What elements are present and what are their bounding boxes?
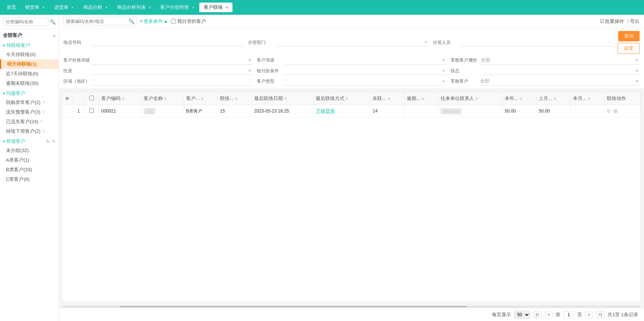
last-contact-link[interactable]: 下销货单 bbox=[316, 108, 335, 114]
nav-item-product-analysis[interactable]: 商品分析 × bbox=[79, 3, 112, 12]
my-customers-checkbox-label[interactable]: 我分管的客户 bbox=[171, 18, 206, 25]
ellipsis-icon[interactable]: ··· bbox=[608, 40, 612, 45]
table-container: ⚙ 客户编码 ⇅ 客户名称 ⇅ 客户... ⇅ bbox=[62, 92, 641, 302]
area-ellipsis-icon[interactable]: ··· bbox=[247, 79, 251, 84]
nav-item-customer-contact[interactable]: 客户联络 × bbox=[199, 3, 232, 12]
sidebar-item-class-a[interactable]: A类客户(1) bbox=[0, 155, 59, 165]
row-code[interactable]: 000021 bbox=[99, 105, 141, 117]
export-icon: ↑ bbox=[627, 18, 630, 24]
nav-item-product-analysis-list[interactable]: 商品分析列表 × bbox=[113, 3, 155, 12]
filter-area-select[interactable]: ··· bbox=[92, 77, 252, 86]
next-page-btn[interactable]: > bbox=[585, 311, 593, 318]
th-last-contact-type[interactable]: 最后联络方式 ⇅ bbox=[314, 92, 370, 105]
filter-dept-select[interactable]: ▾ bbox=[276, 38, 428, 46]
edit-icon[interactable]: ✎ bbox=[52, 139, 56, 144]
row-uncontact: 14 bbox=[370, 105, 404, 117]
toolbar-search-icon[interactable]: 🔍 bbox=[129, 18, 134, 24]
row-name[interactable]: Ea bbox=[141, 105, 183, 117]
sidebar-item-7days-contact[interactable]: 近7天待联络(0) bbox=[0, 69, 59, 79]
filter-status-label: 状态 bbox=[451, 68, 476, 74]
grid-action-icon[interactable]: ⊞ bbox=[613, 108, 618, 114]
set-button[interactable]: 设置 bbox=[617, 43, 640, 54]
filter-payment-select[interactable]: ▾ bbox=[285, 67, 446, 75]
th-overdue[interactable]: 逾期... ⇅ bbox=[404, 92, 438, 105]
sidebar-group-value[interactable]: 价值客户 ↻ ✎ bbox=[0, 136, 59, 146]
sidebar-group-pending[interactable]: 待联络客户 bbox=[0, 40, 59, 50]
row-last-contact-date: 2023-05-23 18:25: bbox=[252, 105, 314, 117]
nav-close-customer-contact[interactable]: × bbox=[226, 6, 228, 10]
nav-close-sales[interactable]: × bbox=[42, 6, 45, 10]
filter-retail-attr-select[interactable]: 全部▾ bbox=[479, 56, 640, 65]
refresh-icon[interactable]: ↻ bbox=[46, 139, 50, 144]
filter-customer-price-select[interactable]: ▾ bbox=[92, 56, 252, 65]
filter-retail-customer-select[interactable]: 全部▾ bbox=[479, 77, 640, 86]
th-this-month[interactable]: 本月... ⇅ bbox=[570, 92, 604, 105]
row-checkbox[interactable] bbox=[84, 105, 99, 117]
sidebar-search-icon[interactable]: 🔍 bbox=[50, 19, 56, 25]
horizontal-scrollbar[interactable] bbox=[59, 305, 644, 308]
sidebar-search-input[interactable] bbox=[3, 18, 48, 26]
sidebar-search-container: 🔍 bbox=[0, 15, 59, 29]
sort-icon-this-month: ⇅ bbox=[588, 97, 591, 101]
sidebar-item-today-contact[interactable]: 今天待联络(0) bbox=[0, 50, 59, 59]
nav-close-product-analysis-list[interactable]: × bbox=[149, 6, 151, 10]
nav-close-product-analysis[interactable]: × bbox=[105, 6, 108, 10]
sort-icon-level: ⇅ bbox=[201, 97, 204, 101]
row-last-contact-type[interactable]: 下销货单 bbox=[314, 105, 370, 117]
th-last-contact-date[interactable]: 最后联络日期 ⇅ bbox=[252, 92, 314, 105]
sidebar-item-churned[interactable]: 已流失客户(24) ? bbox=[0, 117, 59, 127]
search-input[interactable] bbox=[66, 19, 127, 24]
more-conditions-btn[interactable]: ≡ 更多条件 ▲ bbox=[140, 18, 168, 25]
th-unit-contact[interactable]: 往来单位联系人 ⇅ bbox=[438, 92, 503, 105]
sidebar-collapse-icon[interactable]: « bbox=[53, 33, 56, 38]
th-level[interactable]: 客户... ⇅ bbox=[183, 92, 217, 105]
sidebar-item-declining[interactable]: 持续下滑客户(2) ? bbox=[0, 127, 59, 136]
th-customer-code[interactable]: 客户编码 ⇅ bbox=[99, 92, 141, 105]
query-button[interactable]: 查询 bbox=[618, 31, 640, 41]
my-customers-checkbox[interactable] bbox=[171, 19, 176, 24]
th-checkbox[interactable] bbox=[84, 92, 99, 105]
filter-status-select[interactable]: ▾ bbox=[479, 67, 640, 75]
scrollbar-thumb[interactable] bbox=[120, 306, 467, 307]
prev-page-btn[interactable]: < bbox=[545, 311, 553, 318]
select-all-checkbox[interactable] bbox=[89, 96, 94, 100]
page-number-input[interactable] bbox=[563, 311, 574, 318]
sidebar-all-customers-header[interactable]: 全部客户 « bbox=[0, 29, 59, 40]
last-page-btn[interactable]: >| bbox=[596, 311, 605, 318]
th-customer-name[interactable]: 客户名称 ⇅ bbox=[141, 92, 183, 105]
th-gear[interactable]: ⚙ bbox=[62, 92, 73, 105]
refresh-action-icon[interactable]: ↻ bbox=[607, 108, 611, 114]
sidebar-item-overdue-contact[interactable]: 逾期未联络(30) bbox=[0, 79, 59, 88]
nav-item-purchase[interactable]: 进货单 × bbox=[50, 3, 78, 12]
filter-person-select[interactable]: ··· bbox=[461, 38, 613, 46]
sidebar-item-tomorrow-contact[interactable]: 明天待联络(1) bbox=[0, 59, 59, 69]
sidebar-item-churn-warning[interactable]: 流失预警客户(3) ? bbox=[0, 107, 59, 117]
sidebar-item-class-c[interactable]: C类客户(6) bbox=[0, 175, 59, 184]
th-uncontact[interactable]: 未联... ⇅ bbox=[370, 92, 404, 105]
sidebar-item-class-b[interactable]: B类客户(33) bbox=[0, 165, 59, 175]
sidebar-item-ungrouped[interactable]: 未分组(32) bbox=[0, 146, 59, 155]
th-last-month[interactable]: 上月... ⇅ bbox=[536, 92, 570, 105]
row-overdue bbox=[404, 105, 438, 117]
filter-phone: 电话号码 bbox=[63, 39, 244, 46]
filter-customer-level-select[interactable]: ▾ bbox=[285, 56, 446, 65]
nav-close-customer-tier[interactable]: × bbox=[192, 6, 194, 10]
filter-phone-input[interactable] bbox=[91, 39, 244, 46]
nav-home[interactable]: 首页 bbox=[3, 3, 20, 12]
sidebar-group-problem[interactable]: 问题客户 bbox=[0, 88, 59, 98]
th-this-year[interactable]: 本年... ⇅ bbox=[503, 92, 536, 105]
first-page-btn[interactable]: |< bbox=[533, 311, 542, 318]
filter-person: 分管人员 ··· bbox=[433, 38, 613, 46]
nav-item-sales[interactable]: 销货单 × bbox=[21, 3, 49, 12]
export-btn[interactable]: ↑ 导出 bbox=[627, 18, 640, 25]
sidebar-item-repurchase-abnormal[interactable]: 回购异常客户(2) ? bbox=[0, 98, 59, 107]
nav-item-customer-tier[interactable]: 客户分层经营 × bbox=[156, 3, 199, 12]
question-icon-1: ? bbox=[42, 100, 45, 105]
th-contact[interactable]: 联络... ⇅ bbox=[218, 92, 252, 105]
row-select-checkbox[interactable] bbox=[89, 108, 94, 113]
batch-op-btn[interactable]: ☑ 批量操作 bbox=[600, 18, 624, 25]
nav-close-purchase[interactable]: × bbox=[71, 6, 74, 10]
filter-nature-select[interactable]: ▾ bbox=[91, 67, 252, 75]
per-page-select[interactable]: 50 bbox=[514, 311, 530, 319]
filter-customer-type-select[interactable]: ▾ bbox=[285, 77, 446, 86]
